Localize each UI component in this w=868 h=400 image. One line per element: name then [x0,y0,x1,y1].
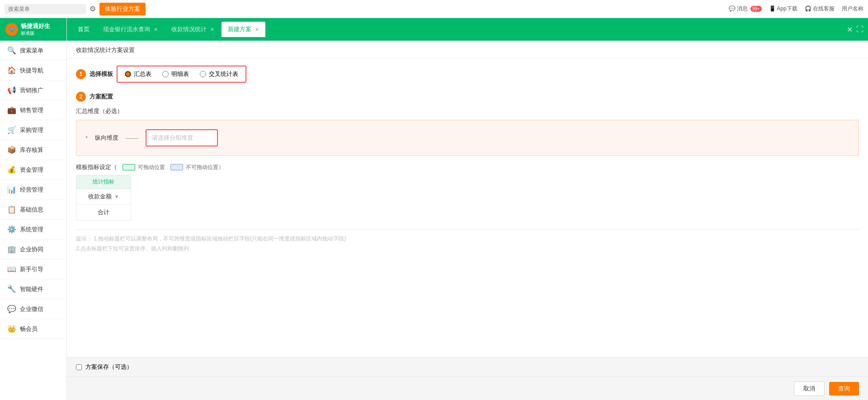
radio-detail[interactable]: 明细表 [162,70,189,78]
dropdown-icon[interactable]: ▼ [114,194,119,199]
sidebar-item-sales[interactable]: 💼 销售管理 [0,100,66,120]
notification-item[interactable]: 💬 消息 99+ [729,5,762,13]
notification-badge: 99+ [750,6,762,12]
purchase-icon: 🛒 [7,126,16,134]
hint-text-1: 提示： 1.拖动标题栏可以调整布局，不可跨维度或指标区域拖动栏目字段(只能在同一… [76,234,859,244]
indicator-table: 统计指标 收款金额 ▼ 合计 [76,175,131,221]
required-mark: * [85,135,88,141]
indicator-legend-non-draggable: 不可拖动位置） [170,164,224,171]
logo-text: 畅捷通好生 [21,22,50,30]
tab-close-all-button[interactable]: ✕ [847,25,853,34]
sidebar-item-search[interactable]: 🔍 搜索菜单 [0,41,66,61]
sidebar-logo: 🐦 畅捷通好生 标准版 [0,18,66,41]
dimension-select-placeholder: 请选择分组维度 [152,134,193,141]
tab-bank[interactable]: 现金银行流水查询 ✕ [97,22,164,37]
radio-summary[interactable]: 汇总表 [125,70,151,78]
indicator-header: 模板指标设定（ 可拖动位置 不可拖动位置） [76,163,859,171]
radio-detail-input[interactable] [162,71,169,77]
indicator-table-header: 统计指标 [76,175,131,189]
tab-receipt[interactable]: 收款情况统计 ✕ [165,22,221,37]
page-content: 收款情况统计方案设置 1 选择模板 汇总表 [67,41,868,376]
radio-cross[interactable]: 交叉统计表 [200,70,238,78]
service-item[interactable]: 🎧 在线客服 [805,5,835,13]
tab-bank-close[interactable]: ✕ [154,27,158,33]
search-input[interactable] [5,4,86,14]
sidebar-item-enterprise[interactable]: 🏢 企业协同 [0,240,66,259]
tab-expand-button[interactable]: ⛶ [856,25,863,34]
step2-section: 2 方案配置 汇总维度（必选） * 纵向维度 —— [76,92,859,258]
indicator-legend-draggable: 可拖动位置 [123,164,165,171]
sidebar-item-system[interactable]: ⚙️ 系统管理 [0,220,66,240]
save-label: 方案保存（可选） [85,363,132,371]
legend-non-draggable-box [170,164,183,170]
tab-bank-label: 现金银行流水查询 [103,25,150,33]
sidebar-item-label: 搜索菜单 [20,47,43,55]
tab-actions: ✕ ⛶ [847,25,863,34]
sidebar-item-management[interactable]: 📊 经营管理 [0,180,66,200]
top-header: ⚙ 体验行业方案 💬 消息 99+ 📱 App下载 🎧 在线客服 用户名称 [0,0,868,18]
hint-section: 提示： 1.拖动标题栏可以调整布局，不可跨维度或指标区域拖动栏目字段(只能在同一… [76,229,859,258]
dimension-select[interactable]: 请选择分组维度 [146,129,218,146]
legend-non-draggable-label: 不可拖动位置） [186,164,224,171]
management-icon: 📊 [7,185,16,194]
radio-summary-input[interactable] [125,71,131,77]
sidebar-item-label: 经营管理 [20,186,43,194]
marketing-icon: 📢 [7,86,16,94]
query-button[interactable]: 查询 [829,382,859,395]
step2-title: 方案配置 [90,93,113,101]
legend-draggable-label: 可拖动位置 [138,164,165,171]
sidebar-item-finance[interactable]: 💰 资金管理 [0,160,66,180]
sidebar-item-basic[interactable]: 📋 基础信息 [0,200,66,220]
sidebar-item-label: 营销推广 [20,86,43,94]
download-item[interactable]: 📱 App下载 [769,5,797,13]
sidebar-item-purchase[interactable]: 🛒 采购管理 [0,120,66,140]
section-container: 1 选择模板 汇总表 明细表 [67,58,868,357]
sidebar-item-label: 销售管理 [20,106,43,114]
sidebar-item-marketing[interactable]: 📢 营销推广 [0,80,66,100]
tab-home-label: 首页 [78,25,90,33]
page-title-bar: 收款情况统计方案设置 [67,41,868,58]
save-checkbox[interactable] [76,364,82,370]
sidebar-item-guide[interactable]: 📖 新手引导 [0,259,66,279]
industry-button[interactable]: 体验行业方案 [99,3,146,15]
step1-section: 1 选择模板 汇总表 明细表 [76,66,859,83]
sidebar-item-label: 库存核算 [20,146,43,154]
sidebar-item-label: 资金管理 [20,166,43,174]
sidebar-item-wechat[interactable]: 💬 企业微信 [0,299,66,319]
dimension-row: * 纵向维度 —— 请选择分组维度 [85,129,218,146]
sidebar-item-nav[interactable]: 🏠 快捷导航 [0,61,66,80]
indicator-cell-amount[interactable]: 收款金额 ▼ [76,189,131,205]
logo-icon: 🐦 [5,23,18,36]
cancel-button[interactable]: 取消 [794,381,825,396]
hardware-icon: 🔧 [7,285,16,293]
tab-new-plan[interactable]: 新建方案 ✕ [222,22,265,37]
vertical-label: 纵向维度 [95,134,118,142]
member-icon: 👑 [7,325,16,333]
guide-icon: 📖 [7,265,16,273]
sidebar-item-label: 畅会员 [20,325,38,333]
step2-header: 2 方案配置 [76,92,859,102]
template-selection: 汇总表 明细表 交叉统计表 [117,66,246,83]
sidebar-item-label: 快捷导航 [20,66,43,75]
tab-receipt-close[interactable]: ✕ [210,27,214,33]
radio-cross-input[interactable] [200,71,206,77]
tab-new-plan-close[interactable]: ✕ [255,27,259,33]
wechat-icon: 💬 [7,305,16,313]
sidebar-item-hardware[interactable]: 🔧 智能硬件 [0,279,66,299]
inventory-icon: 📦 [7,146,16,154]
hint-text-2: 2.点击标题栏下拉可设置排序、插入列和删除列 [76,244,859,254]
sidebar-item-label: 系统管理 [20,226,43,234]
tab-home[interactable]: 首页 [71,22,96,37]
user-name: 用户名称 [842,5,863,13]
indicator-section: 模板指标设定（ 可拖动位置 不可拖动位置） [76,163,859,258]
system-icon: ⚙️ [7,225,16,234]
sidebar-item-member[interactable]: 👑 畅会员 [0,319,66,339]
indicator-amount-label: 收款金额 [88,193,112,201]
sidebar-item-label: 采购管理 [20,126,43,134]
sidebar-item-inventory[interactable]: 📦 库存核算 [0,140,66,160]
enterprise-icon: 🏢 [7,245,16,254]
save-option: 方案保存（可选） [67,357,868,376]
settings-button[interactable]: ⚙ [90,5,96,13]
step1-number: 1 [76,69,86,79]
sidebar-item-label: 新手引导 [20,265,43,273]
